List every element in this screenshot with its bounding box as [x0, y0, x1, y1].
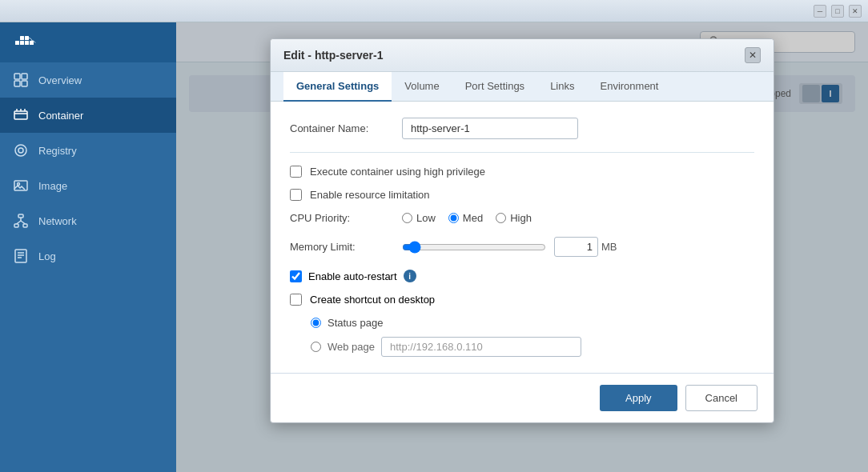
close-window-button[interactable]: ✕: [849, 5, 862, 18]
web-page-label: Web page: [328, 341, 375, 353]
modal-footer: Apply Cancel: [271, 373, 774, 422]
svg-rect-9: [22, 81, 27, 86]
svg-rect-21: [23, 224, 27, 227]
svg-rect-5: [30, 41, 34, 45]
web-page-radio[interactable]: [311, 342, 321, 352]
container-name-row: Container Name:: [290, 118, 754, 139]
container-icon: [13, 107, 29, 123]
sidebar-logo: [0, 22, 176, 62]
resource-limitation-label: Enable resource limitation: [310, 189, 430, 201]
svg-rect-1: [20, 41, 24, 45]
cpu-high-radio[interactable]: [496, 213, 506, 223]
sidebar-item-label-registry: Registry: [38, 145, 77, 157]
svg-rect-19: [18, 214, 23, 218]
memory-unit-label: MB: [601, 241, 617, 253]
modal-tabs: General Settings Volume Port Settings Li…: [271, 72, 774, 102]
status-page-radio[interactable]: [311, 318, 321, 328]
svg-rect-25: [15, 250, 26, 262]
svg-rect-6: [14, 74, 20, 79]
log-icon: [13, 248, 29, 264]
url-input[interactable]: [381, 337, 581, 357]
modal-body: Container Name: Execute container using …: [271, 102, 774, 373]
resource-limitation-row: Enable resource limitation: [290, 189, 754, 201]
svg-rect-2: [25, 41, 29, 45]
create-shortcut-label: Create shortcut on desktop: [310, 294, 435, 306]
svg-line-23: [17, 221, 22, 224]
web-page-option: Web page: [311, 337, 754, 357]
svg-point-15: [15, 145, 26, 156]
status-page-label: Status page: [328, 317, 383, 329]
svg-rect-8: [14, 81, 20, 86]
tab-environment[interactable]: Environment: [587, 72, 671, 102]
memory-slider[interactable]: [402, 241, 546, 254]
svg-rect-17: [14, 181, 27, 190]
cpu-med-label: Med: [463, 212, 483, 224]
image-icon: [13, 178, 29, 194]
memory-limit-row: Memory Limit: MB: [290, 237, 754, 257]
sidebar-item-label-overview: Overview: [38, 74, 82, 86]
tab-general-settings[interactable]: General Settings: [283, 72, 392, 102]
modal-dialog: Edit - http-server-1 ✕ General Settings …: [270, 38, 774, 423]
overview-icon: [13, 72, 29, 88]
tab-volume[interactable]: Volume: [392, 72, 452, 102]
memory-limit-label: Memory Limit:: [290, 241, 402, 253]
cpu-priority-label: CPU Priority:: [290, 212, 402, 224]
modal-title-bar: Edit - http-server-1 ✕: [271, 39, 774, 72]
sidebar-item-network[interactable]: Network: [0, 203, 176, 238]
memory-value-input[interactable]: [554, 237, 598, 257]
svg-point-16: [18, 148, 23, 153]
minimize-button[interactable]: ─: [814, 5, 826, 18]
cpu-low-label: Low: [416, 212, 436, 224]
high-privilege-row: Execute container using high privilege: [290, 166, 754, 178]
cpu-high-label: High: [510, 212, 532, 224]
sidebar-item-container[interactable]: Container: [0, 98, 176, 133]
resource-limitation-checkbox[interactable]: [290, 189, 302, 201]
svg-rect-4: [25, 36, 29, 40]
shortcut-options: Status page Web page: [311, 317, 754, 357]
auto-restart-label: Enable auto-restart: [308, 270, 397, 282]
sidebar-item-label-log: Log: [38, 250, 56, 262]
network-icon: [13, 213, 29, 229]
modal-title: Edit - http-server-1: [283, 49, 383, 62]
svg-rect-7: [22, 74, 27, 79]
cpu-low-radio[interactable]: [402, 213, 412, 223]
divider-1: [290, 152, 754, 153]
svg-rect-20: [14, 224, 18, 227]
maximize-button[interactable]: □: [831, 5, 844, 18]
high-privilege-label: Execute container using high privilege: [310, 166, 485, 178]
info-icon[interactable]: i: [404, 270, 416, 282]
cpu-high-option: High: [496, 212, 532, 224]
tab-links[interactable]: Links: [537, 72, 587, 102]
status-page-option: Status page: [311, 317, 754, 329]
shortcut-row: Create shortcut on desktop: [290, 294, 754, 306]
app-window: ─ □ ✕: [0, 0, 868, 472]
docker-logo-icon: [13, 30, 38, 55]
high-privilege-checkbox[interactable]: [290, 166, 302, 178]
modal-close-button[interactable]: ✕: [745, 47, 761, 63]
create-shortcut-checkbox[interactable]: [290, 294, 302, 306]
auto-restart-checkbox[interactable]: [290, 270, 302, 282]
modal-overlay: Edit - http-server-1 ✕ General Settings …: [176, 22, 868, 472]
sidebar-item-log[interactable]: Log: [0, 238, 176, 274]
apply-button[interactable]: Apply: [600, 385, 677, 411]
sidebar-item-label-image: Image: [38, 180, 67, 192]
svg-line-24: [21, 221, 26, 224]
sidebar-item-registry[interactable]: Registry: [0, 133, 176, 168]
sidebar-item-image[interactable]: Image: [0, 168, 176, 203]
cpu-med-radio[interactable]: [448, 213, 459, 223]
svg-rect-3: [20, 36, 24, 40]
sidebar-item-label-container: Container: [38, 110, 83, 122]
sidebar-item-overview[interactable]: Overview: [0, 62, 176, 98]
cpu-radio-group: Low Med High: [402, 212, 532, 224]
registry-icon: [13, 142, 29, 158]
main-panel: pped I Edit - http-server-1 ✕: [176, 22, 868, 472]
container-name-input[interactable]: [402, 118, 578, 139]
title-bar-controls: ─ □ ✕: [814, 5, 862, 18]
cpu-med-option: Med: [448, 212, 483, 224]
svg-rect-10: [14, 111, 27, 119]
cpu-priority-row: CPU Priority: Low Med: [290, 212, 754, 224]
svg-rect-0: [15, 41, 19, 45]
cancel-button[interactable]: Cancel: [685, 385, 757, 411]
sidebar: Overview Container: [0, 22, 176, 472]
tab-port-settings[interactable]: Port Settings: [452, 72, 537, 102]
